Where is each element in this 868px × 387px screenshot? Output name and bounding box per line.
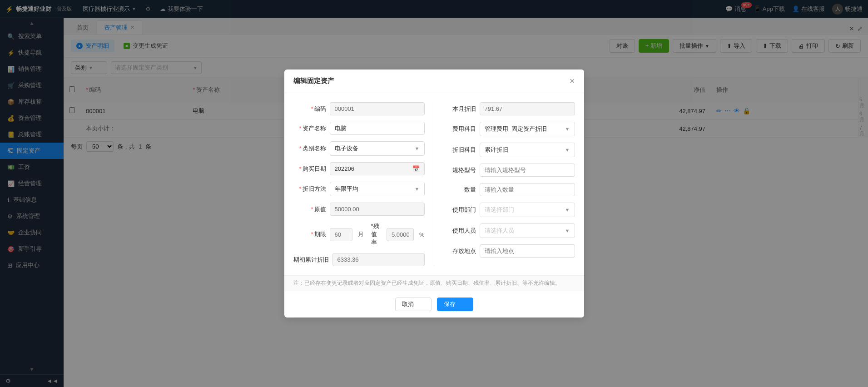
modal-header: 编辑固定资产 ✕ [284, 69, 584, 93]
dep-subject-label: 折旧科目 [443, 146, 476, 154]
original-value-label: *原值 [293, 205, 326, 213]
form-right-col: 本月折旧 费用科目 管理费用_固定资产折旧 ▼ [434, 102, 575, 266]
category-select-arrow: ▼ [415, 146, 420, 151]
dep-method-select[interactable]: 年限平均 ▼ [330, 182, 425, 196]
form-left-col: *编码 *资产名称 *类别名称 电子设备 [293, 102, 434, 266]
asset-name-field-row: *资产名称 [293, 122, 425, 135]
spec-model-label: 规格型号 [443, 166, 476, 174]
location-row: 存放地点 [443, 244, 575, 258]
dep-method-field-row: *折旧方法 年限平均 ▼ [293, 182, 425, 196]
code-input[interactable] [330, 102, 425, 115]
modal-overlay[interactable]: 编辑固定资产 ✕ *编码 *资产名称 [0, 0, 868, 387]
quantity-label: 数量 [443, 186, 476, 194]
monthly-dep-row: 本月折旧 [443, 102, 575, 115]
asset-name-input[interactable] [330, 122, 425, 135]
modal-note: 注：已经存在变更记录或者对应固定资产已经生成凭证，原值、购买日期、残值率、累计折… [284, 275, 584, 291]
dept-label: 使用部门 [443, 206, 476, 214]
purchase-date-field-row: *购买日期 202206 📅 [293, 162, 425, 175]
initial-dep-field-row: 期初累计折旧 [293, 253, 425, 266]
spec-model-input[interactable] [480, 164, 575, 177]
monthly-dep-input [480, 102, 575, 115]
dep-method-label: *折旧方法 [293, 185, 326, 193]
expense-subject-select[interactable]: 管理费用_固定资产折旧 ▼ [480, 122, 575, 136]
residual-rate-label: *残值率 [371, 222, 381, 247]
modal-footer: 取消 保存 [284, 291, 584, 318]
dep-subject-select[interactable]: 累计折旧 ▼ [480, 143, 575, 157]
category-field-row: *类别名称 电子设备 ▼ [293, 141, 425, 156]
period-residual-row: *期限 月 *残值率 % [293, 222, 425, 247]
modal-body: *编码 *资产名称 *类别名称 电子设备 [284, 93, 584, 275]
spec-model-row: 规格型号 [443, 164, 575, 177]
modal-close-btn[interactable]: ✕ [569, 77, 575, 85]
user-label: 使用人员 [443, 227, 476, 235]
period-label: *期限 [293, 230, 326, 238]
dep-method-arrow: ▼ [415, 186, 420, 192]
expense-subject-label: 费用科目 [443, 125, 476, 133]
location-label: 存放地点 [443, 247, 476, 255]
quantity-input[interactable] [480, 183, 575, 196]
save-btn[interactable]: 保存 [437, 298, 473, 311]
initial-dep-label: 期初累计折旧 [293, 256, 329, 264]
code-field-row: *编码 [293, 102, 425, 115]
quantity-row: 数量 [443, 183, 575, 196]
modal-title: 编辑固定资产 [293, 77, 334, 85]
edit-asset-modal: 编辑固定资产 ✕ *编码 *资产名称 [284, 69, 584, 318]
period-input[interactable] [330, 228, 352, 241]
calendar-icon: 📅 [412, 165, 420, 172]
period-unit: 月 [358, 230, 364, 238]
purchase-date-label: *购买日期 [293, 165, 326, 173]
category-select[interactable]: 电子设备 ▼ [330, 141, 425, 156]
user-row: 使用人员 请选择人员 ▼ [443, 223, 575, 238]
dep-subject-row: 折旧科目 累计折旧 ▼ [443, 143, 575, 157]
dep-subject-arrow: ▼ [565, 147, 570, 153]
dept-arrow: ▼ [565, 207, 570, 213]
expense-subject-row: 费用科目 管理费用_固定资产折旧 ▼ [443, 122, 575, 136]
dept-select[interactable]: 请选择部门 ▼ [480, 203, 575, 217]
user-select[interactable]: 请选择人员 ▼ [480, 223, 575, 238]
asset-name-label: *资产名称 [293, 124, 326, 133]
purchase-date-input[interactable]: 202206 📅 [330, 162, 425, 175]
dept-row: 使用部门 请选择部门 ▼ [443, 203, 575, 217]
original-value-field-row: *原值 [293, 203, 425, 216]
category-label: *类别名称 [293, 144, 326, 153]
monthly-dep-label: 本月折旧 [443, 105, 476, 113]
user-arrow: ▼ [565, 228, 570, 233]
expense-subject-arrow: ▼ [565, 126, 570, 132]
code-label: *编码 [293, 105, 326, 113]
initial-dep-input[interactable] [332, 253, 425, 266]
cancel-btn[interactable]: 取消 [395, 298, 432, 311]
original-value-input[interactable] [330, 203, 425, 216]
location-input[interactable] [480, 244, 575, 258]
form-grid: *编码 *资产名称 *类别名称 电子设备 [293, 102, 575, 266]
residual-rate-unit: % [419, 231, 425, 238]
residual-rate-input[interactable] [387, 228, 414, 241]
